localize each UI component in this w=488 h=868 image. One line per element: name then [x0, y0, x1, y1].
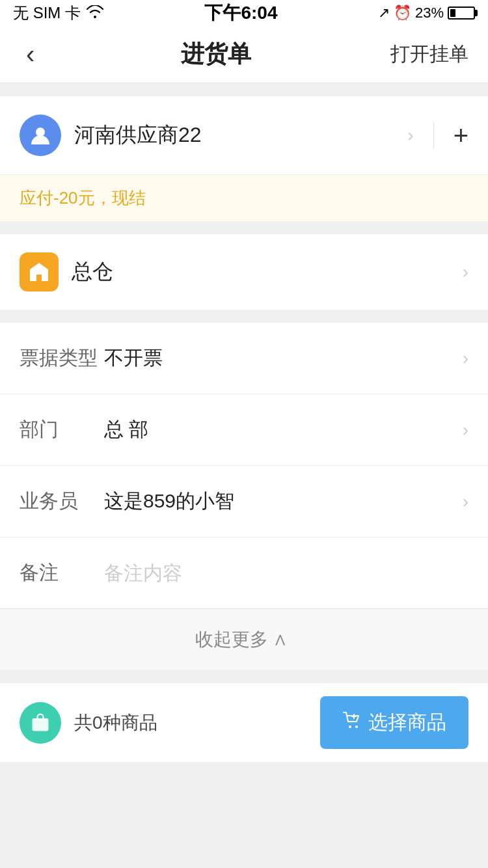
invoice-type-value: 不开票 [104, 345, 463, 372]
supplier-section: 河南供应商22 › + 应付-20元，现结 [0, 96, 488, 221]
salesperson-row[interactable]: 业务员 这是859的小智 › [0, 465, 488, 537]
section-gap-1 [0, 83, 488, 96]
invoice-type-chevron-icon: › [463, 348, 468, 369]
status-time: 下午6:04 [204, 1, 277, 25]
status-left: 无 SIM 卡 [13, 3, 104, 23]
warehouse-section: 总仓 › [0, 234, 488, 310]
notice-banner: 应付-20元，现结 [0, 175, 488, 221]
battery-icon [448, 7, 475, 20]
open-pending-button[interactable]: 打开挂单 [390, 41, 468, 68]
bottom-bar: 共0种商品 选择商品 [0, 683, 488, 762]
cart-icon [342, 711, 360, 734]
product-icon-wrap [20, 702, 61, 744]
remark-row[interactable]: 备注 [0, 537, 488, 608]
supplier-chevron-icon: › [407, 125, 413, 146]
svg-point-0 [36, 128, 45, 137]
department-chevron-icon: › [463, 420, 468, 441]
section-gap-3 [0, 310, 488, 323]
supplier-row[interactable]: 河南供应商22 › + [0, 96, 488, 175]
sim-status: 无 SIM 卡 [13, 3, 81, 23]
invoice-type-row[interactable]: 票据类型 不开票 › [0, 323, 488, 394]
nav-bar: ‹ 进货单 打开挂单 [0, 26, 488, 83]
product-count: 共0种商品 [74, 711, 307, 735]
notice-text: 应付-20元，现结 [20, 188, 146, 208]
remark-input[interactable] [104, 562, 468, 584]
salesperson-chevron-icon: › [463, 491, 468, 512]
battery-percent: 23% [415, 5, 444, 21]
warehouse-chevron-icon: › [463, 262, 468, 282]
supplier-divider [433, 122, 434, 148]
salesperson-value: 这是859的小智 [104, 488, 463, 515]
collapse-label: 收起更多 ∧ [195, 627, 288, 652]
salesperson-label: 业务员 [20, 488, 104, 515]
add-supplier-button[interactable]: + [454, 121, 468, 150]
warehouse-icon-wrap [20, 252, 59, 292]
alarm-icon: ⏰ [394, 5, 411, 21]
status-right: ↗ ⏰ 23% [378, 5, 475, 21]
wifi-icon [86, 4, 104, 22]
svg-point-2 [349, 726, 351, 728]
remark-input-wrap[interactable] [104, 562, 468, 584]
invoice-type-label: 票据类型 [20, 345, 104, 372]
select-goods-label: 选择商品 [368, 709, 446, 736]
page-rest [0, 762, 488, 868]
svg-point-3 [355, 726, 358, 728]
location-icon: ↗ [378, 5, 390, 21]
status-bar: 无 SIM 卡 下午6:04 ↗ ⏰ 23% [0, 0, 488, 26]
supplier-avatar [20, 115, 61, 156]
svg-rect-1 [33, 718, 49, 731]
back-button[interactable]: ‹ [20, 33, 41, 75]
department-value: 总 部 [104, 416, 463, 443]
remark-label: 备注 [20, 560, 104, 586]
form-section: 票据类型 不开票 › 部门 总 部 › 业务员 这是859的小智 › 备注 收起… [0, 323, 488, 670]
page-title: 进货单 [181, 38, 251, 70]
department-row[interactable]: 部门 总 部 › [0, 394, 488, 465]
supplier-name: 河南供应商22 [74, 121, 407, 150]
warehouse-row[interactable]: 总仓 › [0, 234, 488, 310]
section-gap-2 [0, 221, 488, 234]
warehouse-name: 总仓 [72, 258, 463, 286]
collapse-button[interactable]: 收起更多 ∧ [0, 608, 488, 670]
select-goods-button[interactable]: 选择商品 [320, 696, 468, 749]
department-label: 部门 [20, 416, 104, 443]
